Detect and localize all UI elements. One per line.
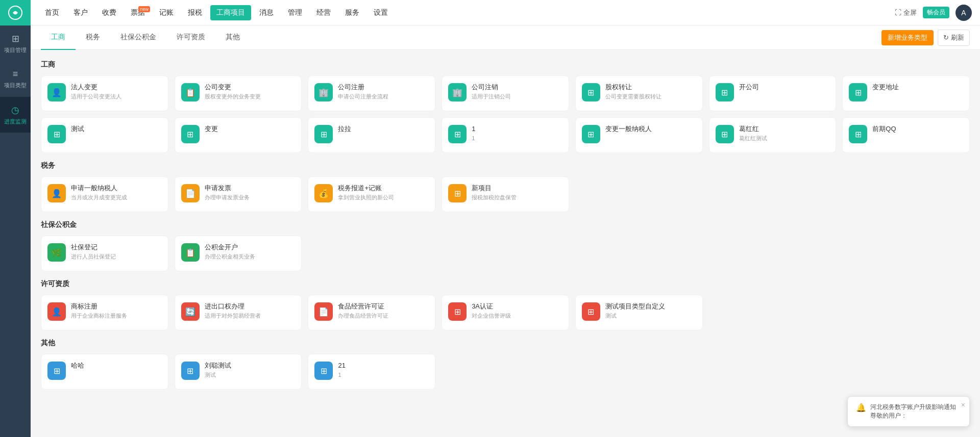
card-desc-o3: 1 (338, 371, 429, 378)
card-o1[interactable]: ⊞ 哈哈 (41, 354, 168, 390)
card-name-o2: 刘聪测试 (205, 362, 296, 370)
sidebar: ⊞ 项目管理 ≡ 项目类型 ◷ 进度监测 (0, 0, 31, 437)
card-icon-x3: 📄 (314, 302, 333, 321)
tabs-left: 工商 税务 社保公积金 许可资质 其他 (41, 25, 250, 49)
card-c4[interactable]: 🏢 公司注销 适用于注销公司 (442, 75, 569, 111)
section-title-shuiwu: 税务 (41, 161, 970, 170)
card-icon-c12: ⊞ (582, 125, 600, 143)
card-o3[interactable]: ⊞ 21 1 (308, 354, 435, 390)
card-desc-x5: 测试 (605, 312, 696, 319)
card-c1[interactable]: 👤 法人变更 适用于公司变更法人 (41, 75, 168, 111)
tab-shebao[interactable]: 社保公积金 (110, 25, 166, 50)
card-c2[interactable]: 📋 公司变更 股权变更外的业务变更 (175, 75, 302, 111)
nav-items: 首页 客户 收费 票据 new 记账 报税 工商项目 消息 管理 经营 服务 设… (39, 5, 895, 20)
tab-gongshang[interactable]: 工商 (41, 25, 76, 50)
nav-tax[interactable]: 报税 (182, 5, 208, 20)
sidebar-item-project-type[interactable]: ≡ 项目类型 (0, 61, 31, 97)
nav-home[interactable]: 首页 (39, 5, 65, 20)
card-name-c14: 前期QQ (872, 125, 963, 134)
tabs-right: 新增业务类型 ↻ 刷新 (881, 30, 970, 46)
cards-grid-shuiwu: 👤 申请一般纳税人 当月或次月成变更完成 📄 申请发票 办理申请发票业务 💰 税… (41, 176, 970, 212)
card-x5[interactable]: ⊞ 测试项目类型自定义 测试 (575, 295, 703, 330)
card-c13[interactable]: ⊞ 葛红红 葛红红测试 (709, 117, 837, 153)
card-o2[interactable]: ⊞ 刘聪测试 测试 (175, 354, 302, 390)
nav-business[interactable]: 工商项目 (210, 5, 251, 20)
card-c12[interactable]: ⊞ 变更一般纳税人 (575, 117, 703, 153)
card-icon-o2: ⊞ (181, 362, 200, 380)
cards-grid-xuke: 👤 商标注册 用于企业商标注册服务 🔄 进出口权办理 适用于对外贸易经营者 📄 … (41, 295, 970, 330)
refresh-button[interactable]: ↻ 刷新 (938, 30, 970, 46)
card-icon-c1: 👤 (47, 83, 66, 101)
card-icon-s2: 📋 (181, 243, 200, 262)
sidebar-item-label: 项目管理 (4, 46, 27, 54)
sidebar-item-label: 项目类型 (4, 82, 27, 89)
sidebar-item-progress[interactable]: ◷ 进度监测 (0, 97, 31, 133)
card-c14[interactable]: ⊞ 前期QQ (842, 117, 970, 153)
card-c9[interactable]: ⊞ 变更 (175, 117, 302, 153)
fullscreen-btn[interactable]: ⛶ 全屏 (895, 8, 917, 17)
card-x2[interactable]: 🔄 进出口权办理 适用于对外贸易经营者 (175, 295, 302, 330)
card-icon-t3: 💰 (314, 184, 333, 202)
card-desc-x1: 用于企业商标注册服务 (71, 312, 162, 319)
tab-xuke[interactable]: 许可资质 (166, 25, 215, 50)
tab-qita[interactable]: 其他 (215, 25, 250, 50)
avatar[interactable]: A (955, 5, 972, 21)
main-area: 首页 客户 收费 票据 new 记账 报税 工商项目 消息 管理 经营 服务 设… (31, 0, 980, 437)
card-name-c1: 法人变更 (71, 83, 162, 92)
sidebar-item-project-mgmt[interactable]: ⊞ 项目管理 (0, 25, 31, 61)
card-icon-c13: ⊞ (716, 125, 734, 143)
nav-billing[interactable]: 收费 (96, 5, 122, 20)
card-desc-t3: 拿到营业执照的新公司 (338, 194, 429, 201)
new-type-button[interactable]: 新增业务类型 (881, 30, 934, 45)
cards-grid-shebao: 🌿 社保登记 进行人员社保登记 📋 公积金开户 办理公积金相关业务 (41, 236, 970, 271)
card-t2[interactable]: 📄 申请发票 办理申请发票业务 (175, 176, 302, 212)
card-t3[interactable]: 💰 税务报道+记账 拿到营业执照的新公司 (308, 176, 435, 212)
card-name-x5: 测试项目类型自定义 (605, 302, 696, 311)
card-c11[interactable]: ⊞ 1 1 (442, 117, 569, 153)
notification-icon: 🔔 (856, 403, 866, 413)
card-t4[interactable]: ⊞ 新项目 报税加税控盘保管 (442, 176, 569, 212)
card-s1[interactable]: 🌿 社保登记 进行人员社保登记 (41, 236, 168, 271)
card-c5[interactable]: ⊞ 股权转让 公司变更需要股权转让 (575, 75, 703, 111)
card-name-c2: 公司变更 (205, 83, 296, 92)
nav-settings[interactable]: 设置 (368, 5, 394, 20)
sidebar-item-label: 进度监测 (4, 118, 27, 125)
card-icon-s1: 🌿 (47, 243, 66, 262)
card-c8[interactable]: ⊞ 测试 (41, 117, 168, 153)
vip-btn[interactable]: 畅会员 (923, 7, 949, 18)
card-icon-c10: ⊞ (314, 125, 333, 143)
card-name-c4: 公司注销 (472, 83, 562, 92)
tabs-bar: 工商 税务 社保公积金 许可资质 其他 新增业务类型 ↻ 刷新 (31, 25, 980, 50)
card-name-c6: 开公司 (739, 83, 830, 92)
nav-accounting[interactable]: 记账 (153, 5, 180, 20)
card-icon-x1: 👤 (47, 302, 66, 321)
card-name-x1: 商标注册 (71, 302, 162, 311)
section-title-qita: 其他 (41, 339, 970, 348)
card-desc-c13: 葛红红测试 (739, 135, 830, 142)
card-x1[interactable]: 👤 商标注册 用于企业商标注册服务 (41, 295, 168, 330)
card-icon-c11: ⊞ (448, 125, 467, 143)
logo[interactable] (0, 0, 31, 25)
card-c10[interactable]: ⊞ 拉拉 (308, 117, 435, 153)
card-c6[interactable]: ⊞ 开公司 (709, 75, 837, 111)
notification-bubble: 🔔 河北税务数字账户升级影响通知 尊敬的用户： × (847, 396, 970, 427)
nav-tickets[interactable]: 票据 new (125, 5, 151, 20)
nav-operations[interactable]: 经营 (310, 5, 337, 20)
card-name-c7: 变更地址 (872, 83, 963, 92)
card-desc-x4: 对企业信誉评级 (472, 312, 562, 319)
nav-manage[interactable]: 管理 (282, 5, 308, 20)
card-t1[interactable]: 👤 申请一般纳税人 当月或次月成变更完成 (41, 176, 168, 212)
notification-text: 河北税务数字账户升级影响通知 尊敬的用户： (870, 403, 961, 420)
nav-customer[interactable]: 客户 (67, 5, 94, 20)
notification-close-button[interactable]: × (961, 401, 965, 409)
card-c7[interactable]: ⊞ 变更地址 (842, 75, 970, 111)
nav-messages[interactable]: 消息 (253, 5, 280, 20)
nav-services[interactable]: 服务 (339, 5, 365, 20)
tab-shuiwu[interactable]: 税务 (76, 25, 110, 50)
card-icon-c4: 🏢 (448, 83, 467, 101)
card-x4[interactable]: ⊞ 3A认证 对企业信誉评级 (442, 295, 569, 330)
card-x3[interactable]: 📄 食品经营许可证 办理食品经营许可证 (308, 295, 435, 330)
card-c3[interactable]: 🏢 公司注册 申请公司注册全流程 (308, 75, 435, 111)
card-icon-x4: ⊞ (448, 302, 467, 321)
card-s2[interactable]: 📋 公积金开户 办理公积金相关业务 (175, 236, 302, 271)
